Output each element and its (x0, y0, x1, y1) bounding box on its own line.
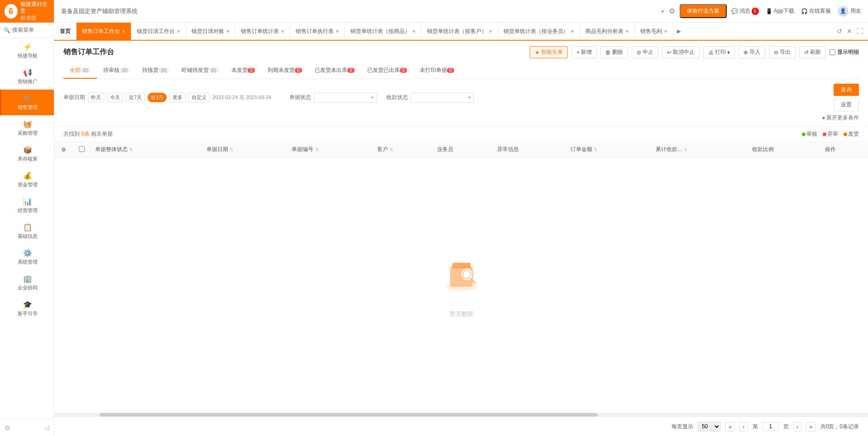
date-today-btn[interactable]: 今天 (107, 93, 123, 102)
tab-sales-by-product[interactable]: 销货单统计表（按商品） ✕ (345, 23, 422, 40)
collapse-icon[interactable]: ◁ (44, 424, 49, 431)
sidebar-item-system[interactable]: ⚙️ 系统管理 (0, 244, 54, 270)
sub-tab-pending-review[interactable]: 待审核(0) (97, 63, 136, 79)
close-tab-icon[interactable]: ✕ (489, 29, 492, 34)
sub-tab-not-shipped[interactable]: 未发货0 (225, 63, 261, 79)
sidebar-item-marketing[interactable]: 📢 营销推广 (0, 64, 54, 90)
col-number[interactable]: 单据编号 ⇅ (287, 142, 373, 157)
status-select-wrap (314, 93, 377, 103)
sub-tab-not-printed[interactable]: 未打印单据0 (413, 63, 460, 79)
show-detail-checkbox[interactable]: 显示明细 (830, 48, 859, 56)
first-page-btn[interactable]: « (725, 422, 735, 431)
sub-tab-shipped-out[interactable]: 已发货已出库0 (361, 63, 413, 79)
message-badge: 6 (752, 8, 759, 15)
tab-close-icon[interactable]: ✕ (845, 28, 854, 35)
col-date[interactable]: 单据日期 ⇅ (202, 142, 288, 157)
tab-sales-gross[interactable]: 销售毛利 ✕ (635, 23, 673, 40)
col-settings[interactable]: ⚙ (54, 142, 72, 157)
sidebar-item-basic[interactable]: 📋 基础信息 (0, 218, 54, 244)
detail-checkbox-input[interactable] (830, 49, 835, 55)
page-number-input[interactable] (762, 422, 779, 431)
col-amount[interactable]: 订单金额 ⇅ (566, 142, 652, 157)
tab-more-btn[interactable]: ▶ (673, 23, 685, 40)
tab-sales-by-salesman[interactable]: 销货单统计表（按业务员） ✕ (498, 23, 580, 40)
tab-sales-by-customer[interactable]: 销货单统计表（按客户） ✕ (422, 23, 498, 40)
delete-btn[interactable]: 🗑 删除 (600, 46, 628, 58)
ship-op-btn[interactable]: 发货 (844, 130, 859, 138)
col-check[interactable] (72, 142, 91, 157)
tab-money-reconcile[interactable]: 钱货日清对账 ✕ (186, 23, 235, 40)
prev-page-btn[interactable]: ‹ (739, 422, 748, 431)
per-page-select[interactable]: 50 100 (698, 422, 721, 431)
tab-gross-margin[interactable]: 商品毛利分析表 ✕ (580, 23, 635, 40)
close-tab-icon[interactable]: ✕ (226, 29, 230, 34)
payment-select[interactable] (411, 93, 474, 103)
last-page-btn[interactable]: » (806, 422, 815, 431)
close-tab-icon[interactable]: ✕ (281, 29, 284, 34)
sidebar-item-sales[interactable]: 🛒 销售管理 (0, 90, 54, 115)
sidebar-item-finance[interactable]: 💰 资金管理 (0, 167, 54, 193)
col-customer[interactable]: 客户 ⇅ (373, 142, 432, 157)
sidebar-item-inventory[interactable]: 📦 库存核算 (0, 141, 54, 167)
print-icon: 🖨 (708, 49, 714, 56)
close-tab-icon[interactable]: ✕ (336, 29, 339, 34)
search-menu-item[interactable]: 🔍 搜索菜单 (0, 23, 54, 38)
sub-tab-wangpu-ship[interactable]: 旺铺待发货(0) (175, 63, 225, 79)
user-area[interactable]: 👤 用友 (838, 6, 861, 17)
next-page-btn[interactable]: › (793, 422, 801, 431)
close-tab-icon[interactable]: ✕ (177, 29, 180, 34)
cancel-audit-op-btn[interactable]: 弃审 (823, 130, 838, 138)
close-tab-icon[interactable]: ✕ (412, 29, 416, 34)
tab-maximize-icon[interactable]: ⛶ (855, 28, 864, 35)
sub-tab-all[interactable]: 全部(0) (63, 63, 97, 79)
refresh-btn[interactable]: ↺ 刷新 (799, 46, 826, 58)
export-btn[interactable]: ⊖ 导出 (769, 46, 796, 58)
settings-footer-icon[interactable]: ⚙ (5, 424, 10, 431)
scrollbar-thumb[interactable] (100, 413, 598, 417)
status-select[interactable] (314, 93, 377, 103)
tab-sales-stats[interactable]: 销售订单统计表 ✕ (235, 23, 290, 40)
settings-btn[interactable]: 设置 (834, 98, 859, 111)
add-btn[interactable]: + 新增 (571, 46, 597, 58)
tab-sales-execution[interactable]: 销售订单执行表 ✕ (290, 23, 345, 40)
search-btn[interactable]: 查询 (834, 84, 859, 96)
message-btn[interactable]: 💬 消息 6 (731, 7, 759, 15)
sub-tab-shipped-not-out[interactable]: 已发货未出库0 (308, 63, 361, 79)
tab-home[interactable]: 首页 (54, 23, 77, 40)
sidebar-item-enterprise[interactable]: 🏢 企业协同 (0, 270, 54, 296)
sub-tab-overdue-not-shipped[interactable]: 到期未发货0 (261, 63, 308, 79)
tab-sales-workbench[interactable]: 销售订单工作台 ✕ (77, 23, 131, 40)
page-title: 销售订单工作台 (63, 47, 114, 57)
expand-filters-btn[interactable]: ▾ 展开更多条件 (822, 114, 859, 122)
close-tab-icon[interactable]: ✕ (571, 29, 574, 34)
stop-btn[interactable]: ⊘ 中止 (632, 46, 658, 58)
app-download-btn[interactable]: 📱 App下载 (766, 7, 794, 15)
smart-create-btn[interactable]: ★ 智能生单 (530, 46, 568, 58)
date-1month-btn[interactable]: 近1月 (148, 93, 167, 102)
import-btn[interactable]: ⊕ 导入 (739, 46, 765, 58)
horizontal-scrollbar[interactable] (54, 413, 868, 417)
online-service-btn[interactable]: 🎧 在线客服 (801, 7, 831, 15)
sidebar-item-operations[interactable]: 📊 经营管理 (0, 193, 54, 218)
sidebar-item-guide[interactable]: 🎓 新手引导 (0, 296, 54, 322)
trial-btn[interactable]: 体验行业方案 (680, 4, 727, 18)
tab-money-clear[interactable]: 钱货日清工作台 ✕ (131, 23, 186, 40)
sidebar-item-purchase[interactable]: 🧺 采购管理 (0, 115, 54, 141)
date-custom-btn[interactable]: 自定义 (188, 93, 210, 102)
col-received[interactable]: 累计收款... ⇅ (651, 142, 747, 157)
tab-refresh-icon[interactable]: ↺ (835, 28, 844, 35)
audit-op-btn[interactable]: 审核 (802, 130, 817, 138)
date-more-btn[interactable]: 更多 (169, 93, 186, 102)
sub-tab-pending-pick[interactable]: 待拣货(0) (136, 63, 175, 79)
expand-icon[interactable]: ▾ (661, 8, 664, 15)
select-all-checkbox[interactable] (79, 146, 85, 152)
date-7days-btn[interactable]: 近7天 (126, 93, 145, 102)
close-tab-icon[interactable]: ✕ (625, 29, 629, 34)
date-yesterday-btn[interactable]: 昨天 (88, 93, 104, 102)
print-btn[interactable]: 🖨 打印 ▾ (703, 46, 735, 58)
sidebar-item-quick-nav[interactable]: ⚡ 快捷导航 (0, 38, 54, 64)
settings-icon[interactable]: ⚙ (669, 7, 675, 15)
close-tab-icon[interactable]: ✕ (664, 29, 667, 34)
cancel-stop-btn[interactable]: ↩ 取消中止 (662, 46, 700, 58)
close-tab-icon[interactable]: ✕ (122, 29, 125, 34)
